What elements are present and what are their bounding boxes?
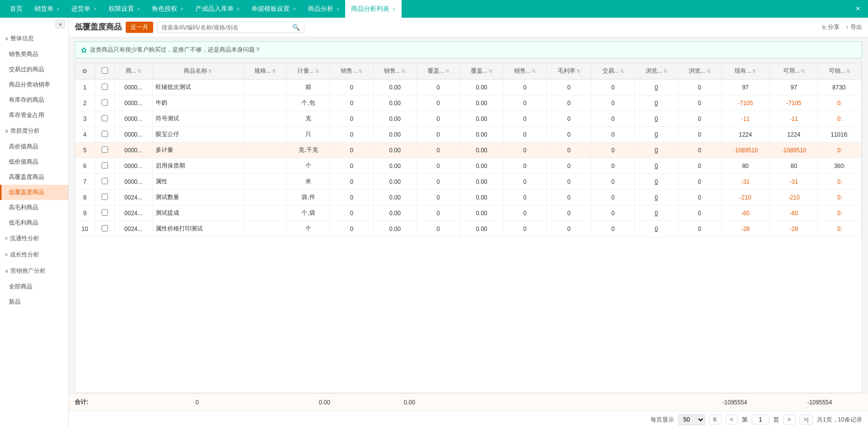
sidebar-item-高价值商品[interactable]: 高价值商品 bbox=[0, 139, 68, 154]
sidebar-item-低覆盖度商品[interactable]: 低覆盖度商品 bbox=[0, 185, 68, 200]
nav-item-首页[interactable]: 首页 bbox=[4, 0, 28, 18]
sidebar-item-低毛利商品[interactable]: 低毛利商品 bbox=[0, 215, 68, 230]
settings-col-header[interactable]: ⚙ bbox=[75, 63, 95, 80]
nav-close-产成品入库单[interactable]: × bbox=[237, 6, 240, 12]
row-b1[interactable]: 0 bbox=[635, 174, 678, 190]
nav-close-进货单[interactable]: × bbox=[93, 6, 96, 12]
nav-item-单据模板设置[interactable]: 单据模板设置× bbox=[245, 0, 301, 18]
sidebar-section-类群度分析[interactable]: ∨类群度分析 bbox=[0, 123, 68, 139]
sales2-col-header[interactable]: 销售...⇅ bbox=[373, 63, 416, 80]
row-checkbox[interactable] bbox=[95, 190, 114, 205]
next-page-button[interactable]: > bbox=[783, 415, 795, 425]
row-checkbox[interactable] bbox=[95, 127, 114, 143]
row-checkbox[interactable] bbox=[95, 80, 114, 95]
search-icon: 🔍 bbox=[292, 24, 300, 31]
nav-item-进货单[interactable]: 进货单× bbox=[65, 0, 102, 18]
first-page-button[interactable]: K bbox=[709, 415, 722, 425]
search-input[interactable] bbox=[162, 24, 292, 31]
current-col-header[interactable]: 现有...⇅ bbox=[721, 63, 770, 80]
sidebar-section-成长性分析[interactable]: >成长性分析 bbox=[0, 247, 68, 263]
row-unit: 克 bbox=[287, 111, 330, 127]
nav-close-商品分析[interactable]: × bbox=[336, 6, 339, 12]
nav-item-商品分析[interactable]: 商品分析× bbox=[302, 0, 345, 18]
row-b1[interactable]: 0 bbox=[635, 95, 678, 111]
cover2-col-header[interactable]: 覆盖...⇅ bbox=[460, 63, 503, 80]
nav-item-角色授权[interactable]: 角色授权× bbox=[146, 0, 189, 18]
name-col-header[interactable]: 商品名称⇅ bbox=[152, 63, 244, 80]
row-b1[interactable]: 0 bbox=[635, 190, 678, 205]
sidebar-item-全部商品[interactable]: 全部商品 bbox=[0, 279, 68, 294]
sales3-col-header[interactable]: 销售...⇅ bbox=[503, 63, 546, 80]
row-checkbox[interactable] bbox=[95, 95, 114, 111]
trade-col-header[interactable]: 交易...⇅ bbox=[591, 63, 634, 80]
row-trade: 0 bbox=[591, 174, 634, 190]
checkbox-col-header[interactable] bbox=[95, 63, 114, 80]
sidebar-section-营销推广分析[interactable]: ∨营销推广分析 bbox=[0, 263, 68, 279]
nav-item-商品分析列表[interactable]: 商品分析列表× bbox=[345, 0, 401, 18]
row-b1[interactable]: 0 bbox=[635, 221, 678, 237]
unit-col-header[interactable]: 计量...⇅ bbox=[287, 63, 330, 80]
row-b2: 0 bbox=[678, 174, 721, 190]
sellable-col-header[interactable]: 可销...⇅ bbox=[818, 63, 861, 80]
row-checkbox[interactable] bbox=[95, 174, 114, 190]
sidebar-section-流通性分析[interactable]: >流通性分析 bbox=[0, 230, 68, 247]
row-trade: 0 bbox=[591, 158, 634, 174]
nav-item-权限设置[interactable]: 权限设置× bbox=[103, 0, 146, 18]
row-b1[interactable]: 0 bbox=[635, 111, 678, 127]
row-checkbox[interactable] bbox=[95, 143, 114, 158]
sidebar-item-高覆盖度商品[interactable]: 高覆盖度商品 bbox=[0, 170, 68, 185]
browse2-col-header[interactable]: 浏览...⇅ bbox=[678, 63, 721, 80]
nav-close-销货单[interactable]: × bbox=[56, 6, 59, 12]
row-gross: 0 bbox=[546, 127, 591, 143]
row-s3: 0 bbox=[503, 221, 546, 237]
sidebar-item-高毛利商品[interactable]: 高毛利商品 bbox=[0, 200, 68, 215]
gross-col-header[interactable]: 毛利率⇅ bbox=[546, 63, 591, 80]
page-size-select[interactable]: 50 100 200 bbox=[678, 414, 705, 425]
sidebar-item-有库存的商品[interactable]: 有库存的商品 bbox=[0, 92, 68, 108]
select-all-checkbox[interactable] bbox=[102, 67, 108, 74]
sidebar-section-整体信息[interactable]: ∨整体信息 bbox=[0, 30, 68, 47]
row-b1[interactable]: 0 bbox=[635, 143, 678, 158]
nav-close-window[interactable]: × bbox=[852, 4, 864, 13]
export-button[interactable]: ↑ 导出 bbox=[845, 23, 862, 31]
table-container[interactable]: ⚙ 商...⇅ 商品名称⇅ 规格...⇅ 计量...⇅ 销售...⇅ 销售...… bbox=[75, 62, 862, 393]
nav-close-权限设置[interactable]: × bbox=[137, 6, 140, 12]
row-b1[interactable]: 0 bbox=[635, 158, 678, 174]
sidebar-collapse-btn[interactable]: « bbox=[0, 18, 68, 30]
row-unit: 袋,件 bbox=[287, 190, 330, 205]
nav-item-产成品入库单[interactable]: 产成品入库单× bbox=[190, 0, 245, 18]
sales1-col-header[interactable]: 销售...⇅ bbox=[330, 63, 373, 80]
spec-col-header[interactable]: 规格...⇅ bbox=[244, 63, 287, 80]
row-checkbox[interactable] bbox=[95, 158, 114, 174]
row-current: 80 bbox=[721, 158, 770, 174]
row-b1[interactable]: 0 bbox=[635, 205, 678, 221]
nav-close-角色授权[interactable]: × bbox=[180, 6, 183, 12]
row-checkbox[interactable] bbox=[95, 221, 114, 237]
share-button[interactable]: ⎘ 分享 bbox=[822, 23, 840, 31]
last-page-button[interactable]: >| bbox=[799, 415, 813, 425]
sidebar-item-库存资金占用[interactable]: 库存资金占用 bbox=[0, 108, 68, 123]
browse1-col-header[interactable]: 浏览...⇅ bbox=[635, 63, 678, 80]
nav-close-商品分析列表[interactable]: × bbox=[392, 6, 395, 12]
row-checkbox[interactable] bbox=[95, 111, 114, 127]
nav-item-销货单[interactable]: 销货单× bbox=[28, 0, 65, 18]
sidebar-item-交易过的商品[interactable]: 交易过的商品 bbox=[0, 62, 68, 77]
sidebar-item-新品[interactable]: 新品 bbox=[0, 294, 68, 310]
sidebar-item-销售类商品[interactable]: 销售类商品 bbox=[0, 47, 68, 62]
sidebar-item-低价值商品[interactable]: 低价值商品 bbox=[0, 154, 68, 170]
row-checkbox[interactable] bbox=[95, 205, 114, 221]
row-b1[interactable]: 0 bbox=[635, 80, 678, 95]
time-filter-button[interactable]: 近一月 bbox=[126, 22, 153, 33]
code-col-header[interactable]: 商...⇅ bbox=[114, 63, 152, 80]
row-code: 0000... bbox=[114, 174, 152, 190]
nav-close-单据模板设置[interactable]: × bbox=[293, 6, 296, 12]
sidebar-item-商品分类动销率[interactable]: 商品分类动销率 bbox=[0, 77, 68, 92]
cover1-col-header[interactable]: 覆盖...⇅ bbox=[417, 63, 460, 80]
available-col-header[interactable]: 可用...⇅ bbox=[770, 63, 818, 80]
page-input[interactable] bbox=[752, 415, 769, 425]
row-gross: 0 bbox=[546, 95, 591, 111]
prev-page-button[interactable]: < bbox=[726, 415, 738, 425]
row-available: -11 bbox=[770, 111, 818, 127]
collapse-icon[interactable]: « bbox=[55, 20, 65, 29]
row-b1[interactable]: 0 bbox=[635, 127, 678, 143]
